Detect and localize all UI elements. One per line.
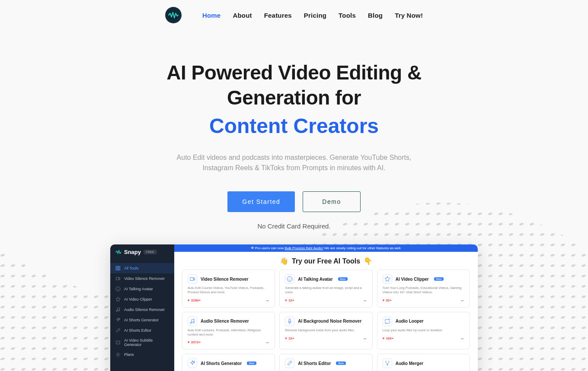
pro-banner: 👁 Pro users can now Bulk Process their A… xyxy=(174,244,478,252)
sparkle-icon xyxy=(115,317,121,323)
nav-tools[interactable]: Tools xyxy=(339,12,356,19)
tool-description: Loop your audio files by count or durati… xyxy=(383,328,464,333)
tool-card-video-silence-remover[interactable]: Video Silence Remover Auto Edit Course V… xyxy=(182,270,275,308)
edit-icon xyxy=(287,360,293,366)
tool-icon xyxy=(383,358,392,368)
heart-icon: ♥ xyxy=(285,336,287,340)
hero-highlight: Content Creators xyxy=(0,113,588,140)
nav-pricing[interactable]: Pricing xyxy=(304,12,326,19)
arrow-right-icon: → xyxy=(265,340,269,345)
nav-blog[interactable]: Blog xyxy=(368,12,383,19)
smile-icon xyxy=(287,276,293,282)
tool-name: AI Background Noise Remover xyxy=(298,319,361,323)
tool-description: Generate a talking avatar from an image,… xyxy=(285,286,367,295)
tool-description: Turn Your Long Podcasts, Educational Vid… xyxy=(383,286,464,295)
nav-about[interactable]: About xyxy=(233,12,252,19)
tool-card-audio-silence-remover[interactable]: Audio Silence Remover Auto Edit Lectures… xyxy=(182,312,275,350)
main-title-row: 👋 Try our Free AI Tools 👇 xyxy=(174,252,478,270)
tool-icon xyxy=(188,358,197,368)
heart-icon: ♥ xyxy=(188,298,190,302)
heart-icon: ♥ xyxy=(383,298,385,302)
star-icon xyxy=(384,276,390,282)
heart-icon: ♥ xyxy=(285,298,287,302)
hero-subtitle: Auto Edit videos and podcasts into maste… xyxy=(0,152,588,173)
arrow-right-icon: → xyxy=(460,298,464,303)
tool-icon xyxy=(383,274,392,284)
sidebar-item-label: Video Silence Remover xyxy=(124,276,165,281)
arrow-right-icon: → xyxy=(363,336,367,341)
tool-icon xyxy=(188,317,197,326)
sidebar-item-plans[interactable]: Plans xyxy=(110,349,174,360)
tool-name: Audio Looper xyxy=(396,319,424,323)
edit-icon xyxy=(115,328,121,333)
sidebar-item-ai-talking-avatar[interactable]: AI Talking Avatar xyxy=(110,284,174,294)
tool-name: Audio Silence Remover xyxy=(201,319,249,323)
hero-title: AI Powered Video Editing & Generation fo… xyxy=(0,60,588,110)
mic-icon xyxy=(287,318,293,324)
tool-card-ai-video-clipper[interactable]: AI Video Clipper Beta Turn Your Long Pod… xyxy=(377,270,470,308)
music-icon xyxy=(189,318,195,324)
tool-card-audio-looper[interactable]: Audio Looper Loop your audio files by co… xyxy=(377,312,470,350)
music-icon xyxy=(115,307,121,312)
tool-name: AI Video Clipper xyxy=(396,277,429,282)
main-title: Try our Free AI Tools xyxy=(292,257,360,265)
tool-name: Video Silence Remover xyxy=(201,277,248,282)
cta-note: No Credit Card Required. xyxy=(0,222,588,230)
sidebar-item-ai-video-subtitle-generator[interactable]: AI Video Subtitle Generator xyxy=(110,336,174,349)
arrow-right-icon: → xyxy=(460,336,464,341)
nav-features[interactable]: Features xyxy=(264,12,292,19)
logo-wave-icon xyxy=(168,10,179,21)
wave-emoji-icon: 👋 xyxy=(280,257,288,265)
loop-icon xyxy=(384,318,390,324)
tool-likes: ♥ 10+ xyxy=(285,336,294,340)
sidebar-item-label: AI Shorts Generator xyxy=(124,318,159,322)
demo-button[interactable]: Demo xyxy=(303,191,360,212)
tool-card-ai-background-noise-remover[interactable]: AI Background Noise Remover Remove backg… xyxy=(279,312,372,350)
beta-badge: Beta xyxy=(338,277,348,281)
sidebar-item-ai-shorts-editor[interactable]: AI Shorts Editor xyxy=(110,325,174,336)
nav-try-now[interactable]: Try Now! xyxy=(395,12,423,19)
sidebar-item-audio-silence-remover[interactable]: Audio Silence Remover xyxy=(110,304,174,315)
sidebar-item-label: AI Shorts Editor xyxy=(124,328,151,333)
tool-card-ai-shorts-editor[interactable]: AI Shorts Editor Beta Auto Edit Your Tra… xyxy=(279,354,372,371)
sidebar-item-video-silence-remover[interactable]: Video Silence Remover xyxy=(110,273,174,284)
tool-card-ai-shorts-generator[interactable]: AI Shorts Generator Beta Generate Educat… xyxy=(182,354,275,371)
sidebar-free-badge: FREE xyxy=(144,250,157,254)
video-icon xyxy=(189,276,195,282)
beta-badge: Beta xyxy=(336,361,345,365)
tool-card-ai-talking-avatar[interactable]: AI Talking Avatar Beta Generate a talkin… xyxy=(279,270,372,308)
app-preview: Snapy FREE All ToolsVideo Silence Remove… xyxy=(110,244,478,371)
arrow-right-icon: → xyxy=(265,298,269,303)
point-down-emoji-icon: 👇 xyxy=(364,257,372,265)
arrow-right-icon: → xyxy=(363,298,367,303)
heart-icon: ♥ xyxy=(188,340,190,344)
sidebar-item-label: AI Video Subtitle Generator xyxy=(124,338,169,347)
sidebar-item-ai-shorts-generator[interactable]: AI Shorts Generator xyxy=(110,315,174,325)
cc-icon xyxy=(115,340,121,345)
tool-card-audio-merger[interactable]: Audio Merger Merge multiple audio files … xyxy=(377,354,470,371)
tool-description: Auto Edit Course Videos, YouTube Videos,… xyxy=(188,286,269,295)
sidebar-item-all-tools[interactable]: All Tools xyxy=(110,263,174,273)
sidebar-brand: Snapy xyxy=(124,249,141,255)
tool-likes: ♥ 10+ xyxy=(285,298,294,302)
sidebar-logo-icon xyxy=(115,249,121,255)
heart-icon: ♥ xyxy=(383,336,385,340)
tool-icon xyxy=(285,274,294,284)
get-started-button[interactable]: Get Started xyxy=(227,191,295,212)
sidebar-item-label: All Tools xyxy=(124,266,138,270)
sidebar-item-ai-video-clipper[interactable]: AI Video Clipper xyxy=(110,294,174,304)
tool-name: AI Shorts Editor xyxy=(298,361,331,366)
beta-badge: Beta xyxy=(434,277,444,281)
beta-badge: Beta xyxy=(247,361,256,365)
tool-likes: ♥ 100+ xyxy=(383,336,394,340)
grid-icon xyxy=(115,266,121,271)
nav-home[interactable]: Home xyxy=(202,12,220,19)
main-nav: Home About Features Pricing Tools Blog T… xyxy=(0,0,588,30)
gear-icon xyxy=(115,352,121,357)
tool-description: Remove background noise from your audio … xyxy=(285,328,367,333)
logo[interactable] xyxy=(165,7,182,23)
tool-description: Auto Edit Lectures, Podcasts, Interviews… xyxy=(188,328,269,337)
preview-main: 👁 Pro users can now Bulk Process their A… xyxy=(174,244,478,371)
tool-name: AI Talking Avatar xyxy=(298,277,332,282)
tool-icon xyxy=(285,317,294,326)
